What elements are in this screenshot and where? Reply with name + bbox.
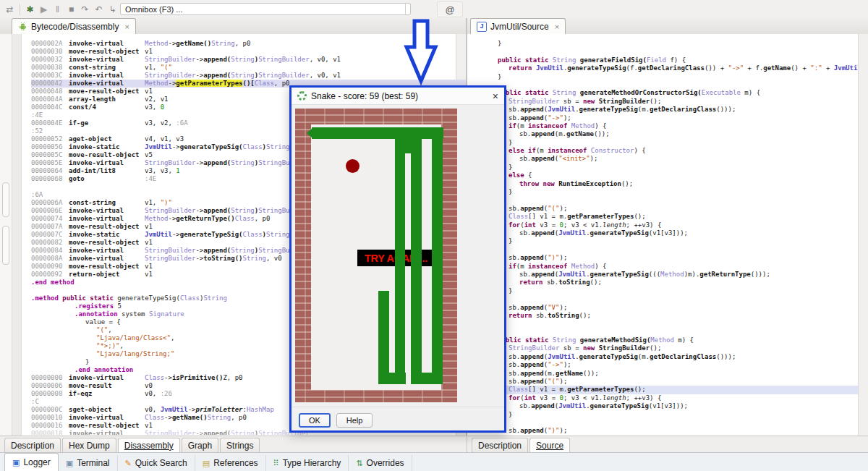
snake-segment — [378, 373, 406, 384]
step-into-icon[interactable]: ↶ — [93, 2, 105, 16]
source-line[interactable]: } — [467, 237, 858, 245]
source-line[interactable]: Class[] v1 = m.getParameterTypes(); — [467, 386, 858, 394]
source-line[interactable]: public static String generateFieldSig(Fi… — [467, 56, 858, 64]
source-line[interactable]: for(int v3 = 0; v3 < v1.length; ++v3) { — [467, 221, 858, 229]
source-line[interactable]: } — [467, 73, 858, 81]
type-hierarchy-icon: ⠿ — [273, 459, 279, 467]
source-line[interactable]: sb.append(JvmUtil.generateTypeSig(v1[v3]… — [467, 402, 858, 410]
snake-segment — [378, 291, 389, 373]
source-line[interactable]: sb.append("->"); — [467, 361, 858, 369]
java-source-listing: }public static String generateFieldSig(F… — [467, 34, 858, 441]
bottom-tab-terminal[interactable]: ▣Terminal — [59, 455, 118, 471]
help-button[interactable]: Help — [336, 413, 373, 428]
source-line[interactable] — [467, 196, 858, 204]
tab-graph[interactable]: Graph — [182, 438, 218, 452]
source-line[interactable]: sb.append(JvmUtil.generateTypeSig(m.getD… — [467, 106, 858, 114]
source-line[interactable]: sb.append(m.getName()); — [467, 130, 858, 138]
tab-source[interactable]: Source — [529, 438, 570, 452]
snake-app-icon — [297, 91, 307, 101]
source-line[interactable]: sb.append(")"); — [467, 254, 858, 262]
bottom-tab-label: Overrides — [367, 458, 404, 468]
android-icon — [18, 22, 27, 31]
annotation-at-icon[interactable]: @ — [437, 1, 463, 17]
source-line[interactable]: return sb.toString(); — [467, 312, 858, 320]
source-line[interactable]: sb.append("("); — [467, 205, 858, 213]
dialog-titlebar[interactable]: Snake - score: 59 (best: 59) × — [292, 88, 504, 105]
source-line[interactable]: if(m instanceof Method) { — [467, 263, 858, 271]
source-line[interactable]: StringBuilder sb = new StringBuilder(); — [467, 344, 858, 352]
bottom-tab-label: Quick Search — [135, 458, 187, 468]
source-line[interactable]: sb.append("V"); — [467, 304, 858, 312]
tab-description[interactable]: Description — [4, 438, 61, 452]
source-line[interactable] — [467, 48, 858, 56]
step-out-icon[interactable]: ↳ — [106, 2, 119, 16]
source-line[interactable]: sb.append(m.getName()); — [467, 370, 858, 378]
source-line[interactable]: sb.append(")"); — [467, 427, 858, 435]
source-line[interactable]: } — [467, 139, 858, 147]
source-line[interactable]: } — [467, 287, 858, 295]
source-line[interactable]: sb.append("("); — [467, 378, 858, 386]
source-line[interactable]: public static String generateMethodSig(M… — [467, 336, 858, 344]
panel-drag-handle[interactable] — [2, 182, 9, 217]
source-line[interactable]: throw new RuntimeException(); — [467, 180, 858, 188]
source-line[interactable]: sb.append("<init>"); — [467, 155, 858, 163]
debug-icon[interactable]: ✱ — [24, 2, 36, 16]
bottom-tab-type-hierarchy[interactable]: ⠿Type Hierarchy — [266, 455, 349, 471]
tab-strings[interactable]: Strings — [220, 438, 260, 452]
source-line[interactable]: public static String generateMethodOrCon… — [467, 89, 858, 97]
tab-description[interactable]: Description — [472, 438, 528, 452]
bottom-tab-label: Type Hierarchy — [283, 458, 341, 468]
source-line[interactable]: return sb.toString(); — [467, 279, 858, 287]
source-line[interactable]: } — [467, 188, 858, 196]
bottom-tab-references[interactable]: ▤References — [195, 455, 266, 471]
source-line[interactable]: return JvmUtil.generateTypeSig(f.getDecl… — [467, 64, 858, 72]
ok-button[interactable]: OK — [299, 413, 331, 428]
source-line[interactable]: sb.append(JvmUtil.generateTypeSig(m.getD… — [467, 353, 858, 361]
source-line[interactable]: else if(m instanceof Constructor) { — [467, 147, 858, 155]
source-line[interactable]: sb.append(JvmUtil.generateTypeSig(((Meth… — [467, 271, 858, 279]
source-line[interactable] — [467, 81, 858, 89]
tab-disassembly[interactable]: Disassembly — [118, 438, 180, 452]
source-line[interactable]: if(m instanceof Method) { — [467, 122, 858, 130]
tab-hex-dump[interactable]: Hex Dump — [62, 438, 116, 452]
bottom-tab-overrides[interactable]: ⇅Overrides — [349, 455, 412, 471]
source-line[interactable] — [467, 295, 858, 303]
resume-icon[interactable]: ▶ — [38, 2, 50, 16]
panel-drag-handle[interactable] — [2, 226, 9, 265]
source-line[interactable]: } — [467, 320, 858, 328]
snake-segment — [395, 139, 422, 153]
bottom-tab-logger[interactable]: ▣Logger — [4, 453, 59, 471]
omnibox-search-input[interactable] — [120, 3, 411, 15]
snake-segment — [312, 127, 443, 139]
source-line[interactable]: sb.append("->"); — [467, 114, 858, 122]
bottom-tool-tabs: ▣Logger▣Terminal✎Quick Search▤References… — [0, 452, 868, 471]
source-line[interactable] — [467, 328, 858, 336]
source-line[interactable]: } — [467, 164, 858, 171]
snake-game-canvas[interactable]: TRY AGAIN... — [295, 109, 457, 402]
close-icon[interactable]: × — [555, 22, 559, 31]
close-icon[interactable]: × — [124, 22, 129, 31]
source-line[interactable]: Class[] v1 = m.getParameterTypes(); — [467, 213, 858, 221]
stop-icon[interactable]: ■ — [65, 2, 77, 16]
source-line[interactable]: sb.append(JvmUtil.generateTypeSig(v1[v3]… — [467, 229, 858, 237]
tab-jvmutil-source[interactable]: J JvmUtil/Source × — [470, 18, 566, 35]
apple — [346, 159, 359, 173]
close-icon[interactable]: × — [493, 91, 498, 101]
source-line[interactable]: else { — [467, 171, 858, 179]
right-scrollbar[interactable] — [858, 34, 868, 436]
java-source-icon: J — [477, 22, 487, 32]
source-line[interactable]: for(int v3 = 0; v3 < v1.length; ++v3) { — [467, 394, 858, 402]
attach-icon[interactable]: ⇄ — [4, 2, 16, 16]
source-line[interactable]: } — [467, 40, 858, 48]
source-line[interactable] — [467, 419, 858, 427]
bottom-tab-quick-search[interactable]: ✎Quick Search — [118, 455, 195, 471]
source-line[interactable]: StringBuilder sb = new StringBuilder(); — [467, 98, 858, 106]
step-over-icon[interactable]: ↷ — [79, 2, 91, 16]
pause-icon[interactable]: ‖ — [51, 2, 64, 16]
snake-game-dialog: Snake - score: 59 (best: 59) × TRY AGAIN… — [289, 85, 506, 433]
toolbar-separator — [405, 3, 406, 14]
source-line[interactable] — [467, 246, 858, 254]
source-line[interactable]: } — [467, 411, 858, 419]
tab-bytecode-disassembly[interactable]: Bytecode/Disassembly × — [12, 18, 136, 35]
bottom-tab-label: Logger — [23, 457, 50, 467]
